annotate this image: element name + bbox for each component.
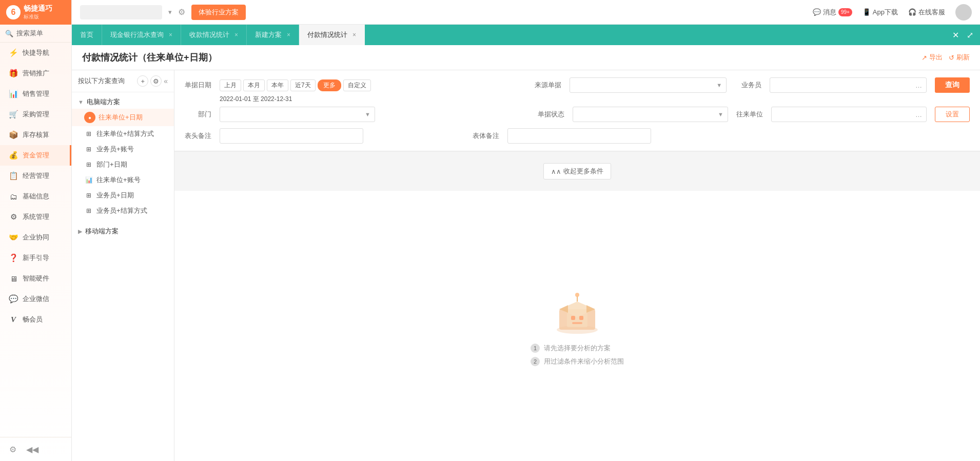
this-month-btn[interactable]: 本月	[243, 79, 265, 91]
query-btn[interactable]: 查询	[935, 77, 970, 93]
inventory-icon: 📦	[8, 130, 18, 140]
sidebar-item-member[interactable]: V 畅会员	[0, 309, 71, 330]
source-label: 来源单据	[535, 81, 561, 90]
tabbar-actions: ✕ ⤢	[945, 25, 980, 45]
more-date-btn[interactable]: 更多	[318, 79, 341, 91]
sidebar-nav: ⚡ 快捷导航 🎁 营销推广 📊 销售管理 🛒 采购管理 📦 库存核算 💰 资金管…	[0, 43, 71, 437]
svg-rect-6	[571, 316, 575, 320]
desktop-scheme-section: ▼ 电脑端方案 ● 往来单位+日期 ⊞ 往来单位+结算方式 ⊞	[72, 92, 174, 222]
head-note-input[interactable]	[220, 128, 363, 144]
scheme-item-partner-account[interactable]: 📊 往来单位+账号	[72, 172, 174, 188]
sidebar-item-beginner-guide[interactable]: ❓ 新手引导	[0, 248, 71, 268]
sidebar-item-marketing[interactable]: 🎁 营销推广	[0, 63, 71, 84]
sidebar-item-management[interactable]: 📋 经营管理	[0, 166, 71, 186]
last-month-btn[interactable]: 上月	[220, 79, 241, 91]
partner-ellipsis[interactable]: …	[915, 111, 922, 118]
tab-new-scheme[interactable]: 新建方案 ×	[247, 25, 299, 45]
tab-home[interactable]: 首页	[72, 25, 102, 45]
user-selector[interactable]	[80, 5, 162, 19]
this-year-btn[interactable]: 本年	[267, 79, 288, 91]
scheme-item-salesperson-payment[interactable]: ⊞ 业务员+结算方式	[72, 203, 174, 218]
settings-icon[interactable]: ⚙	[178, 7, 185, 17]
close-tab-receipt[interactable]: ×	[234, 31, 238, 38]
svg-rect-8	[572, 322, 582, 324]
sidebar-item-enterprise-wechat[interactable]: 💬 企业微信	[0, 289, 71, 309]
collapse-scheme-panel-btn[interactable]: «	[164, 77, 168, 85]
svg-point-10	[575, 293, 579, 297]
scheme-item-partner-payment[interactable]: ⊞ 往来单位+结算方式	[72, 126, 174, 142]
filter-row-1: 单据日期 上月 本月 本年 近7天 更多 自定义 来源单据	[185, 77, 970, 93]
salesperson-select[interactable]: …	[770, 77, 927, 93]
desktop-section-header[interactable]: ▼ 电脑端方案	[72, 95, 174, 109]
empty-tip-2: 2 用过滤条件来缩小分析范围	[531, 357, 624, 366]
app-logo: 6 畅捷通巧 标准版	[0, 0, 71, 25]
last-7-days-btn[interactable]: 近7天	[290, 79, 316, 91]
app-download-btn[interactable]: 📱 App下载	[863, 8, 898, 17]
tabbar: 首页 现金银行流水查询 × 收款情况统计 × 新建方案 × 付款情况统计 × ✕…	[72, 25, 980, 45]
logo-text: 畅捷通巧 标准版	[24, 4, 52, 21]
sidebar-item-finance[interactable]: 💰 资金管理	[0, 145, 71, 166]
sidebar-item-enterprise-collab[interactable]: 🤝 企业协同	[0, 227, 71, 248]
filter-row-2: 部门 ▼ 单据状态 ▼ 往来单位	[185, 107, 970, 122]
empty-tip-1: 1 请先选择要分析的方案	[531, 344, 624, 353]
body-note-input[interactable]	[507, 128, 651, 144]
user-avatar[interactable]	[955, 4, 972, 21]
close-tab-payment[interactable]: ×	[352, 31, 356, 38]
messages-btn[interactable]: 💬 消息 99+	[813, 8, 852, 17]
sidebar-item-inventory[interactable]: 📦 库存核算	[0, 125, 71, 145]
online-service-btn[interactable]: 🎧 在线客服	[908, 8, 945, 17]
table-icon-4: ⊞	[84, 191, 93, 200]
sidebar-settings-btn[interactable]: ⚙	[5, 442, 21, 457]
tab-payment-stats[interactable]: 付款情况统计 ×	[299, 25, 365, 45]
scheme-panel-actions: + ⚙ «	[137, 75, 168, 87]
status-select[interactable]: ▼	[573, 107, 728, 122]
page-header-actions: ↗ 导出 ↺ 刷新	[922, 53, 970, 62]
sidebar-item-quick-nav[interactable]: ⚡ 快捷导航	[0, 43, 71, 63]
scheme-item-salesperson-date[interactable]: ⊞ 业务员+日期	[72, 188, 174, 203]
main-area: ▾ ⚙ 体验行业方案 💬 消息 99+ 📱 App下载 🎧 在线客服 首页	[72, 0, 980, 461]
sidebar-collapse-btn[interactable]: ◀◀	[25, 442, 40, 457]
collapse-filter-btn[interactable]: ∧∧ 收起更多条件	[543, 163, 611, 179]
scheme-item-partner-date[interactable]: ● 往来单位+日期	[72, 109, 174, 126]
headset-icon: 🎧	[908, 8, 916, 16]
empty-state: 1 请先选择要分析的方案 2 用过滤条件来缩小分析范围	[174, 191, 980, 461]
guide-icon: ❓	[8, 253, 18, 263]
scheme-settings-btn[interactable]: ⚙	[150, 75, 162, 87]
refresh-btn[interactable]: ↺ 刷新	[949, 53, 970, 62]
mobile-section-header[interactable]: ▶ 移动端方案	[72, 225, 174, 238]
add-scheme-btn[interactable]: +	[137, 75, 148, 87]
close-all-tabs-btn[interactable]: ✕	[949, 29, 962, 41]
maximize-btn[interactable]: ⤢	[964, 29, 976, 41]
quick-nav-icon: ⚡	[8, 48, 18, 58]
dept-select-arrow: ▼	[365, 111, 370, 117]
scheme-item-salesperson-account[interactable]: ⊞ 业务员+账号	[72, 142, 174, 157]
export-btn[interactable]: ↗ 导出	[922, 53, 943, 62]
close-tab-cash-flow[interactable]: ×	[169, 31, 172, 38]
mobile-arrow-icon: ▶	[78, 228, 82, 235]
page-title: 付款情况统计（往来单位+日期）	[82, 51, 217, 64]
export-icon: ↗	[922, 54, 927, 62]
sidebar-item-basic-info[interactable]: 🗂 基础信息	[0, 186, 71, 207]
chart-icon: 📊	[84, 175, 93, 185]
partner-select[interactable]: …	[771, 107, 927, 122]
trial-btn[interactable]: 体验行业方案	[191, 5, 246, 20]
scheme-item-dept-date[interactable]: ⊞ 部门+日期	[72, 157, 174, 172]
active-scheme-dot: ●	[84, 112, 95, 123]
custom-date-btn[interactable]: 自定义	[343, 79, 371, 91]
sidebar-item-purchase[interactable]: 🛒 采购管理	[0, 104, 71, 125]
filter-settings-btn[interactable]: 设置	[935, 107, 970, 122]
user-dropdown-icon[interactable]: ▾	[168, 8, 172, 16]
dept-select[interactable]: ▼	[220, 107, 375, 122]
tip-num-1: 1	[531, 344, 540, 353]
source-select[interactable]: ▼	[570, 77, 727, 93]
salesperson-ellipsis[interactable]: …	[915, 82, 922, 89]
search-icon: 🔍	[5, 30, 13, 37]
logo-icon: 6	[6, 5, 21, 19]
tab-receipt-stats[interactable]: 收款情况统计 ×	[181, 25, 247, 45]
sidebar-item-sales[interactable]: 📊 销售管理	[0, 84, 71, 104]
sidebar-item-smart-hardware[interactable]: 🖥 智能硬件	[0, 268, 71, 289]
close-tab-new-scheme[interactable]: ×	[287, 31, 290, 38]
search-menu-item[interactable]: 🔍 搜索菜单	[0, 25, 71, 43]
sidebar-item-system[interactable]: ⚙ 系统管理	[0, 207, 71, 227]
tab-cash-flow[interactable]: 现金银行流水查询 ×	[102, 25, 181, 45]
